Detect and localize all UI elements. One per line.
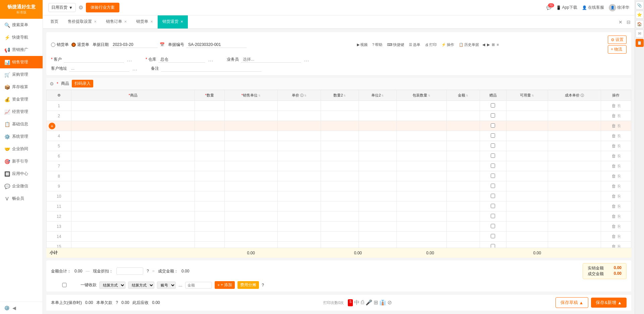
message-btn[interactable]: 💬 70 xyxy=(546,5,551,10)
quantity-cell[interactable] xyxy=(195,121,224,131)
amount-cell[interactable] xyxy=(446,242,480,248)
copy-icon-2[interactable]: ⎘ xyxy=(618,113,621,118)
available-cell[interactable] xyxy=(506,131,548,141)
warehouse-dots-icon[interactable]: … xyxy=(208,57,213,63)
tab-close-sales-delivery[interactable]: ✕ xyxy=(150,20,153,23)
delete-icon-2[interactable]: 🗑 xyxy=(611,113,616,118)
quantity-cell[interactable] xyxy=(195,211,224,222)
taskbar-icon-3[interactable]: 🎤 xyxy=(366,299,372,306)
customer-input[interactable] xyxy=(64,56,124,63)
delete-icon-8[interactable]: 🗑 xyxy=(611,174,616,179)
unit2-cell[interactable] xyxy=(359,161,396,171)
price-cell[interactable] xyxy=(278,191,321,201)
unit2-cell[interactable] xyxy=(359,191,396,201)
sidebar-item-member[interactable]: V畅会员 xyxy=(0,192,43,205)
gift-checkbox-6[interactable] xyxy=(491,153,495,158)
amount-cell[interactable] xyxy=(446,131,480,141)
copy-icon-11[interactable]: ⎘ xyxy=(618,204,621,209)
save-new-btn[interactable]: 保存&新增 ▲ xyxy=(591,298,627,308)
unit-cell[interactable] xyxy=(224,121,277,131)
amount-cell[interactable] xyxy=(446,101,480,111)
gift-checkbox-11[interactable] xyxy=(491,204,495,208)
available-cell[interactable] xyxy=(506,242,548,248)
product-input-11[interactable] xyxy=(73,204,193,209)
amount-cell[interactable] xyxy=(446,171,480,181)
staff-input[interactable] xyxy=(241,56,301,63)
online-service-btn[interactable]: 👤 在线客服 xyxy=(582,5,604,10)
qty2-cell[interactable] xyxy=(321,161,359,171)
qty2-cell[interactable] xyxy=(321,201,359,211)
quantity-cell[interactable] xyxy=(195,181,224,191)
taskbar-icon-6[interactable]: ⊘ xyxy=(387,299,392,306)
sidebar-item-search[interactable]: 🔍搜索菜单 xyxy=(0,19,43,31)
sidebar-item-wechat[interactable]: 💬企业微信 xyxy=(0,180,43,192)
cost-price-cell[interactable] xyxy=(548,161,601,171)
delete-icon-7[interactable]: 🗑 xyxy=(611,164,616,169)
expense-split-btn[interactable]: 费用分摊 xyxy=(237,281,259,289)
price-cell[interactable] xyxy=(278,232,321,242)
copy-icon-10[interactable]: ⎘ xyxy=(618,194,621,199)
tab-price-setup[interactable]: 售价提取设置✕ xyxy=(63,15,101,28)
product-cell[interactable] xyxy=(71,191,195,201)
pack-qty-cell[interactable] xyxy=(396,151,446,161)
unit-cell[interactable] xyxy=(224,161,277,171)
payment-amount-input[interactable] xyxy=(185,282,212,289)
price-cell[interactable] xyxy=(278,242,321,248)
gift-checkbox-9[interactable] xyxy=(491,184,495,188)
tab-close-price-setup[interactable]: ✕ xyxy=(94,20,97,23)
unit-cell[interactable] xyxy=(224,151,277,161)
cost-price-cell[interactable] xyxy=(548,171,601,181)
pack-qty-cell[interactable] xyxy=(396,211,446,222)
product-cell[interactable] xyxy=(71,232,195,242)
product-cell[interactable] xyxy=(71,211,195,222)
staff-dots-icon[interactable]: … xyxy=(304,57,309,63)
app-download-btn[interactable]: 📱 App下载 xyxy=(556,5,577,10)
cost-price-cell[interactable] xyxy=(548,101,601,111)
price-cell[interactable] xyxy=(278,141,321,151)
pack-qty-cell[interactable] xyxy=(396,121,446,131)
expand-tabs-icon[interactable]: ⊟ xyxy=(625,19,632,25)
radio-sales-input[interactable] xyxy=(51,43,55,47)
product-cell[interactable] xyxy=(71,151,195,161)
cost-price-cell[interactable] xyxy=(548,191,601,201)
unit2-cell[interactable] xyxy=(359,242,396,248)
delete-icon-6[interactable]: 🗑 xyxy=(611,153,616,159)
unit2-cell[interactable] xyxy=(359,211,396,222)
delete-icon-3[interactable]: 🗑 xyxy=(611,123,616,128)
product-cell[interactable] xyxy=(71,121,195,131)
price-cell[interactable] xyxy=(278,111,321,121)
unit-cell[interactable] xyxy=(224,101,277,111)
copy-icon-8[interactable]: ⎘ xyxy=(618,174,621,179)
gift-checkbox-1[interactable] xyxy=(491,103,495,108)
settings-btn[interactable]: ⚙ 设置 xyxy=(608,36,627,44)
tab-close-sales-return[interactable]: ✕ xyxy=(180,20,183,23)
sidebar-item-guide[interactable]: 🎯新手引导 xyxy=(0,155,43,168)
amount-cell[interactable] xyxy=(446,141,480,151)
scan-btn[interactable]: 扫码录入 xyxy=(72,80,93,87)
unit-cell[interactable] xyxy=(224,111,277,121)
cost-price-cell[interactable] xyxy=(548,242,601,248)
nav-prev-icon[interactable]: ◀ xyxy=(482,43,485,47)
product-cell[interactable] xyxy=(71,131,195,141)
unit2-cell[interactable] xyxy=(359,121,396,131)
unit2-cell[interactable] xyxy=(359,151,396,161)
experience-btn[interactable]: 体验行业方案 xyxy=(86,3,119,12)
cost-price-cell[interactable] xyxy=(548,131,601,141)
grid-view-icon[interactable]: ⊞ xyxy=(492,43,495,47)
quantity-cell[interactable] xyxy=(195,161,224,171)
docno-input[interactable] xyxy=(186,42,247,48)
product-input-10[interactable] xyxy=(73,194,193,199)
product-input-2[interactable] xyxy=(73,114,193,118)
copy-icon-14[interactable]: ⎘ xyxy=(618,234,621,239)
quantity-cell[interactable] xyxy=(195,131,224,141)
cost-price-cell[interactable] xyxy=(548,151,601,161)
unit2-cell[interactable] xyxy=(359,141,396,151)
price-cell[interactable] xyxy=(278,171,321,181)
product-input-14[interactable] xyxy=(73,234,193,239)
qty2-cell[interactable] xyxy=(321,171,359,181)
quantity-cell[interactable] xyxy=(195,222,224,232)
price-cell[interactable] xyxy=(278,161,321,171)
qty2-cell[interactable] xyxy=(321,181,359,191)
select-order-btn[interactable]: ☰选单 xyxy=(408,42,422,48)
qty2-cell[interactable] xyxy=(321,222,359,232)
